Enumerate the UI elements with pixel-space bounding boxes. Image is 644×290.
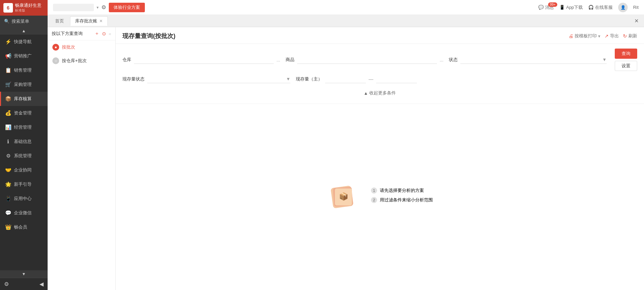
warehouse-more-icon[interactable]: ... xyxy=(276,57,280,62)
export-icon: ↗ xyxy=(605,33,609,39)
page-header: 现存量查询(按批次) 🖨 按模板打印 ▾ ↗ 导出 ↻ 刷新 xyxy=(116,27,644,44)
print-button[interactable]: 🖨 按模板打印 ▾ xyxy=(569,33,600,39)
sidebar-item-quick-nav[interactable]: ⚡快捷导航 xyxy=(0,35,48,49)
sidebar-item-finance[interactable]: 💰资金管理 xyxy=(0,106,48,120)
by-warehouse-batch-icon: ○ xyxy=(52,57,59,64)
warehouse-input[interactable] xyxy=(134,56,274,64)
refresh-button[interactable]: ↻ 刷新 xyxy=(623,33,637,39)
query-button[interactable]: 查询 xyxy=(615,49,637,59)
online-service-button[interactable]: 🎧 在线客服 xyxy=(588,4,613,11)
sidebar-brand: 畅康通好生意 标准版 xyxy=(15,3,41,13)
sidebar-item-sales[interactable]: 📋销售管理 xyxy=(0,63,48,77)
operations-label: 经营管理 xyxy=(14,124,32,130)
collapse-filters-button[interactable]: ▲ 收起更多条件 xyxy=(122,87,637,99)
tab-close-icon[interactable]: ✕ xyxy=(99,19,103,23)
panel-close-button[interactable]: × xyxy=(632,17,641,25)
sidebar-scroll-up[interactable]: ▲ xyxy=(0,27,48,35)
user-avatar[interactable]: 👤 xyxy=(618,3,628,12)
inventory-main-to[interactable] xyxy=(376,75,417,83)
sidebar-item-purchase[interactable]: 🛒采购管理 xyxy=(0,77,48,92)
sidebar-item-inventory[interactable]: 📦库存核算 xyxy=(0,92,48,106)
finance-icon: 💰 xyxy=(5,110,11,116)
sidebar-item-operations[interactable]: 📊经营管理 xyxy=(0,120,48,134)
tabbar: 首页 库存批次账 ✕ × xyxy=(48,15,644,27)
sidebar-item-system[interactable]: ⚙系统管理 xyxy=(0,149,48,163)
filter-inventory-status: 现存量状态 ▼ xyxy=(122,75,290,83)
topbar-breadcrumb-area: ▾ ⚙ 体验行业方案 xyxy=(53,3,535,12)
filter-area: 仓库 ... 商品 ... 状态 ▼ xyxy=(116,44,644,104)
goods-input[interactable] xyxy=(297,56,437,64)
search-icon: 🔍 xyxy=(4,19,10,24)
export-button[interactable]: ↗ 导出 xyxy=(605,33,619,39)
tab-home-label: 首页 xyxy=(55,18,64,24)
warehouse-label: 仓库 xyxy=(122,57,131,63)
step-1-text: 请先选择要分析的方案 xyxy=(380,187,424,194)
trial-industry-button[interactable]: 体验行业方案 xyxy=(109,3,145,12)
refresh-label: 刷新 xyxy=(628,33,637,39)
phone-icon: 📱 xyxy=(559,5,565,10)
quick-nav-icon: ⚡ xyxy=(5,39,11,45)
goods-label: 商品 xyxy=(286,57,294,63)
sidebar-item-wechat[interactable]: 💬企业微信 xyxy=(0,206,48,220)
enterprise-icon: 🤝 xyxy=(5,167,11,173)
tab-inventory-batch-label: 库存批次账 xyxy=(75,18,97,24)
sidebar-item-member[interactable]: 👑畅会员 xyxy=(0,220,48,234)
sidebar-search-label: 搜索菜单 xyxy=(12,18,29,24)
topbar-gear-icon[interactable]: ⚙ xyxy=(101,4,106,11)
scheme-settings-icon[interactable]: ⊙ xyxy=(102,31,106,36)
sidebar-logo: 6 xyxy=(3,3,13,13)
add-scheme-icon[interactable]: ＋ xyxy=(95,31,99,37)
filter-row-1: 仓库 ... 商品 ... 状态 ▼ xyxy=(122,49,637,71)
notification-button[interactable]: 💬 消息 99+ xyxy=(538,4,554,11)
topbar-chevron-icon[interactable]: ▾ xyxy=(97,5,99,10)
left-panel-title: 按以下方案查询 xyxy=(52,31,83,37)
online-service-label: 在线客服 xyxy=(595,4,613,11)
sidebar: 6 畅康通好生意 标准版 🔍 搜索菜单 ▲ ⚡快捷导航📢营销推广📋销售管理🛒采购… xyxy=(0,0,48,290)
export-label: 导出 xyxy=(610,33,619,39)
settings-button[interactable]: 设置 xyxy=(615,61,637,71)
sidebar-item-basic[interactable]: ℹ基础信息 xyxy=(0,134,48,149)
topbar-search-input[interactable] xyxy=(53,4,94,11)
newguide-label: 新手引导 xyxy=(14,181,32,187)
appstore-label: 应用中心 xyxy=(14,196,32,202)
tab-inventory-batch[interactable]: 库存批次账 ✕ xyxy=(70,16,108,26)
wechat-label: 企业微信 xyxy=(14,210,32,216)
tab-home[interactable]: 首页 xyxy=(50,16,69,26)
panel-item-by-batch[interactable]: ● 按批次 xyxy=(48,40,115,54)
print-dropdown-icon[interactable]: ▾ xyxy=(598,34,600,39)
message-icon: 💬 xyxy=(538,5,544,10)
filter-status: 状态 ▼ xyxy=(449,56,607,64)
inventory-main-from[interactable] xyxy=(325,75,366,83)
left-panel-icons: ＋ ⊙ « xyxy=(95,31,111,37)
topbar: ▾ ⚙ 体验行业方案 💬 消息 99+ 📱 App下载 🎧 在线客服 👤 Rit xyxy=(48,0,644,15)
sidebar-scroll-down[interactable]: ▼ xyxy=(0,270,48,278)
sidebar-item-newguide[interactable]: 🌟新手引导 xyxy=(0,177,48,192)
sales-label: 销售管理 xyxy=(14,67,32,73)
goods-more-icon[interactable]: ... xyxy=(440,57,443,62)
settings-footer-icon[interactable]: ⚙ xyxy=(4,281,9,287)
marketing-label: 营销推广 xyxy=(14,53,32,59)
inventory-status-label: 现存量状态 xyxy=(122,76,145,82)
empty-state: 📦 1 请先选择要分析的方案 2 用过滤条件来缩小分析范围 xyxy=(116,104,644,290)
sidebar-search[interactable]: 🔍 搜索菜单 xyxy=(0,16,48,27)
member-icon: 👑 xyxy=(5,224,11,230)
inventory-status-select[interactable]: ▼ xyxy=(147,75,290,83)
empty-step-2: 2 用过滤条件来缩小分析范围 xyxy=(371,197,433,203)
filter-row-2: 现存量状态 ▼ 现存量（主） — xyxy=(122,75,637,83)
collapse-sidebar-icon[interactable]: ◀ xyxy=(39,281,44,287)
sidebar-item-appstore[interactable]: 📱应用中心 xyxy=(0,192,48,206)
panel-item-by-warehouse-batch[interactable]: ○ 按仓库+批次 xyxy=(48,54,115,68)
status-label: 状态 xyxy=(449,57,458,63)
appstore-icon: 📱 xyxy=(5,196,11,202)
username-label[interactable]: Rit xyxy=(633,5,639,10)
filter-warehouse: 仓库 ... xyxy=(122,56,280,64)
sidebar-item-marketing[interactable]: 📢营销推广 xyxy=(0,49,48,63)
sidebar-company: 畅康通好生意 xyxy=(15,3,41,8)
sidebar-item-enterprise[interactable]: 🤝企业协同 xyxy=(0,163,48,177)
quick-nav-label: 快捷导航 xyxy=(14,39,32,45)
inventory-main-label: 现存量（主） xyxy=(296,76,322,82)
collapse-panel-icon[interactable]: « xyxy=(109,31,111,36)
status-select[interactable]: ▼ xyxy=(460,56,607,64)
app-download-button[interactable]: 📱 App下载 xyxy=(559,4,583,11)
status-dropdown-icon: ▼ xyxy=(602,57,607,62)
